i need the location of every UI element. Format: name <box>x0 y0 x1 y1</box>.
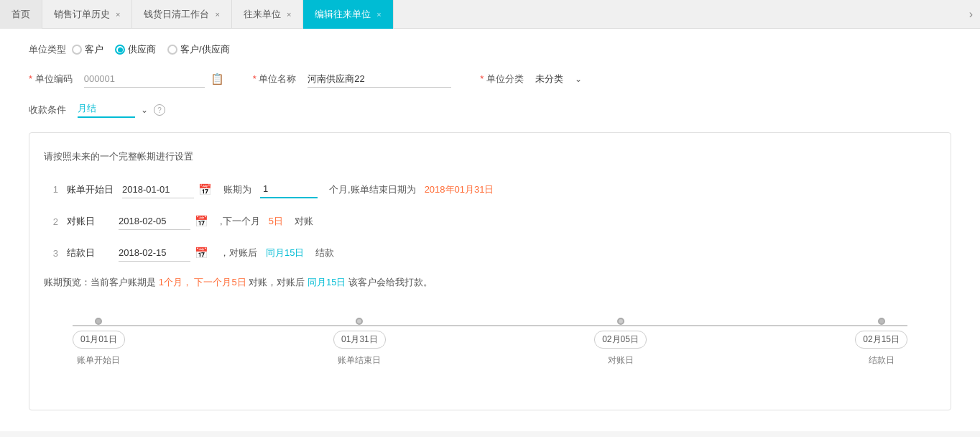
timeline-label-3: 结款日 <box>869 354 895 367</box>
code-field: 单位编码 📋 <box>29 70 224 88</box>
timeline-point-0: 01月01日 账单开始日 <box>73 318 125 367</box>
timeline-badge-2: 02月05日 <box>594 331 647 349</box>
setting-row-1: 1 账单开始日 📅 账期为 个月,账单结束日期为 2018年01月31日 <box>44 180 936 198</box>
row-2-desc-post: 对账 <box>295 215 313 228</box>
name-field: 单位名称 <box>253 70 452 88</box>
code-name-category-row: 单位编码 📋 单位名称 单位分类 未分类 ⌄ <box>29 70 951 88</box>
row-2-date-wrap: 📅 <box>119 213 208 230</box>
row-1-mid-label: 账期为 <box>223 183 251 196</box>
timeline-point-1: 01月31日 账单结束日 <box>333 318 386 367</box>
preview-p2: 下一个月5日 <box>194 277 246 288</box>
preview-text: 账期预览：当前客户账期是 1个月， 下一个月5日 对账，对账后 同月15日 该客… <box>44 276 936 289</box>
row-3-desc-highlight: 同月15日 <box>266 247 304 259</box>
tab-home-label: 首页 <box>11 8 30 21</box>
tabs-more-arrow[interactable]: › <box>962 8 980 21</box>
radio-both[interactable]: 客户/供应商 <box>167 43 230 56</box>
tab-cash-work-label: 钱货日清工作台 <box>144 8 209 21</box>
settings-section-box: 请按照未来的一个完整帐期进行设置 1 账单开始日 📅 账期为 个月,账单结束日期… <box>29 132 951 410</box>
name-label: 单位名称 <box>253 73 297 86</box>
code-label: 单位编码 <box>29 73 73 86</box>
timeline-label-2: 对账日 <box>608 354 634 367</box>
tab-cash-work-close[interactable]: × <box>215 10 219 19</box>
tab-cash-work[interactable]: 钱货日清工作台 × <box>132 0 231 29</box>
category-label: 单位分类 <box>480 73 524 86</box>
timeline-label-1: 账单结束日 <box>338 354 381 367</box>
help-icon[interactable]: ? <box>154 104 165 116</box>
row-2-label: 对账日 <box>67 215 110 228</box>
code-input[interactable] <box>84 70 205 88</box>
name-input[interactable] <box>308 70 451 88</box>
preview-label: 账期预览：当前客户账期是 <box>44 277 156 288</box>
row-1-period-end: 2018年01月31日 <box>425 183 494 196</box>
unit-type-radio-group: 客户 供应商 客户/供应商 <box>72 43 230 56</box>
row-3-desc-post: 结款 <box>315 247 334 259</box>
tab-partner[interactable]: 往来单位 × <box>232 0 303 29</box>
row-2-date-input[interactable] <box>119 213 190 230</box>
row-1-date-wrap: 📅 <box>122 181 212 198</box>
row-1-period-unit: 个月,账单结束日期为 <box>329 183 416 196</box>
row-2-num: 2 <box>44 216 58 227</box>
radio-both-circle <box>167 45 177 55</box>
row-1-num: 1 <box>44 184 58 195</box>
radio-customer-circle <box>72 45 82 55</box>
timeline-dot-3 <box>878 318 885 325</box>
section-title: 请按照未来的一个完整帐期进行设置 <box>44 150 936 163</box>
category-dropdown-icon[interactable]: ⌄ <box>575 74 582 84</box>
timeline-point-2: 02月05日 对账日 <box>594 318 647 367</box>
category-value: 未分类 <box>535 73 563 86</box>
payment-value: 月结 <box>78 102 135 118</box>
row-3-desc-pre: ，对账后 <box>220 247 257 259</box>
preview-p3: 对账，对账后 <box>249 277 305 288</box>
row-1-date-input[interactable] <box>122 181 194 198</box>
timeline-badge-0: 01月01日 <box>73 331 125 349</box>
preview-section: 账期预览：当前客户账期是 1个月， 下一个月5日 对账，对账后 同月15日 该客… <box>44 276 936 395</box>
preview-p4: 同月15日 <box>308 277 346 288</box>
timeline-badge-1: 01月31日 <box>333 331 386 349</box>
tabs-bar: 首页 销售订单历史 × 钱货日清工作台 × 往来单位 × 编辑往来单位 × › <box>0 0 980 29</box>
row-2-desc-highlight: 5日 <box>269 215 283 228</box>
row-3-date-input[interactable] <box>119 244 190 262</box>
radio-customer-label: 客户 <box>85 43 103 56</box>
setting-rows: 1 账单开始日 📅 账期为 个月,账单结束日期为 2018年01月31日 2 对… <box>44 180 936 262</box>
radio-supplier[interactable]: 供应商 <box>115 43 156 56</box>
tab-home[interactable]: 首页 <box>0 0 42 29</box>
radio-supplier-label: 供应商 <box>128 43 156 56</box>
setting-row-3: 3 结款日 📅 ，对账后 同月15日 结款 <box>44 244 936 262</box>
row-3-date-wrap: 📅 <box>119 244 208 262</box>
timeline-badge-3: 02月15日 <box>855 331 907 349</box>
code-copy-icon[interactable]: 📋 <box>211 73 224 86</box>
setting-row-2: 2 对账日 📅 ,下一个月 5日 对账 <box>44 213 936 230</box>
tab-sales-order-close[interactable]: × <box>116 10 120 19</box>
category-field: 单位分类 未分类 ⌄ <box>480 73 582 86</box>
timeline-label-0: 账单开始日 <box>77 354 120 367</box>
tab-sales-order[interactable]: 销售订单历史 × <box>42 0 132 29</box>
timeline-dot-2 <box>617 318 624 325</box>
row-1-label: 账单开始日 <box>67 183 114 196</box>
tab-sales-order-label: 销售订单历史 <box>54 8 110 21</box>
payment-row: 收款条件 月结 ⌄ ? <box>29 102 951 118</box>
unit-type-row: 单位类型 客户 供应商 客户/供应商 <box>29 43 951 56</box>
tab-edit-partner-close[interactable]: × <box>376 10 381 19</box>
timeline-points: 01月01日 账单开始日 01月31日 账单结束日 02月05日 对账日 <box>73 318 907 367</box>
timeline-dot-1 <box>356 318 363 325</box>
row-1-calendar-icon[interactable]: 📅 <box>198 183 212 196</box>
payment-dropdown-icon[interactable]: ⌄ <box>141 105 148 115</box>
radio-supplier-circle <box>115 45 125 55</box>
preview-p5: 该客户会给我打款。 <box>348 277 433 288</box>
tab-partner-label: 往来单位 <box>244 8 281 21</box>
row-1-period-input[interactable] <box>260 180 318 198</box>
row-3-num: 3 <box>44 248 58 259</box>
row-3-label: 结款日 <box>67 247 110 259</box>
radio-customer[interactable]: 客户 <box>72 43 103 56</box>
timeline-wrapper: 01月01日 账单开始日 01月31日 账单结束日 02月05日 对账日 <box>44 303 936 395</box>
tab-edit-partner[interactable]: 编辑往来单位 × <box>303 0 393 29</box>
payment-label: 收款条件 <box>29 104 66 116</box>
main-content: 单位类型 客户 供应商 客户/供应商 单位编码 📋 单位名称 <box>0 29 980 431</box>
row-2-calendar-icon[interactable]: 📅 <box>195 215 208 228</box>
preview-p1: 1个月， <box>159 277 192 288</box>
timeline-dot-0 <box>95 318 102 325</box>
payment-select-wrapper: 月结 ⌄ <box>78 102 148 118</box>
row-2-desc-pre: ,下一个月 <box>220 215 260 228</box>
row-3-calendar-icon[interactable]: 📅 <box>195 247 208 259</box>
tab-partner-close[interactable]: × <box>287 10 291 19</box>
